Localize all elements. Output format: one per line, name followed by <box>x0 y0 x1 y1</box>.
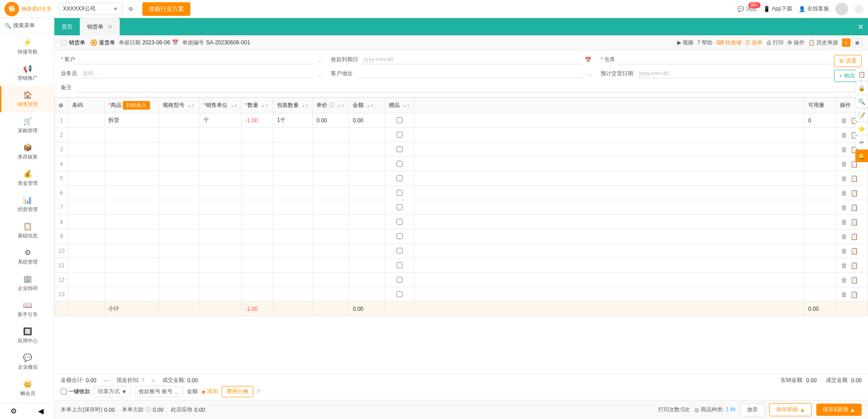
row-price-6[interactable] <box>313 186 349 200</box>
row-spec-6[interactable] <box>159 186 200 200</box>
row-pkgqty-12[interactable] <box>273 273 313 287</box>
row-product-10[interactable] <box>105 244 159 258</box>
tab-sales-order[interactable]: 销货单 ✕ <box>80 18 120 35</box>
row-gift-1[interactable] <box>385 113 414 128</box>
row-amount-1[interactable]: 0.00 <box>349 113 385 128</box>
row-gift-7[interactable] <box>385 200 414 215</box>
scan-button[interactable]: 扫码录入 <box>123 101 150 110</box>
customer-addr-dots[interactable]: ... <box>587 71 592 77</box>
row-unit-13[interactable] <box>200 287 242 302</box>
row-spec-12[interactable] <box>159 273 200 287</box>
price-sort-icon[interactable]: ▲▼ <box>337 104 344 108</box>
price-info-icon[interactable]: ⓘ <box>329 102 335 108</box>
shortcut-btn[interactable]: ⌨ 快捷键 <box>716 39 742 47</box>
row-spec-5[interactable] <box>159 171 200 186</box>
row-product-9[interactable] <box>105 229 159 244</box>
sidebar-item-basic-info[interactable]: 📋 基础信息 <box>0 217 54 244</box>
row-barcode-8[interactable] <box>68 215 105 229</box>
row-copy-btn-10[interactable]: 📋 <box>849 246 859 255</box>
customer-input[interactable] <box>78 55 314 64</box>
trial-button[interactable]: 体验行业方案 <box>142 2 190 16</box>
row-spec-2[interactable] <box>159 128 200 142</box>
row-barcode-1[interactable] <box>68 113 105 128</box>
row-pkgqty-9[interactable] <box>273 229 313 244</box>
gift-checkbox-1[interactable] <box>397 117 402 123</box>
row-price-2[interactable] <box>313 128 349 142</box>
message-button[interactable]: 💬 消息 99+ <box>737 5 757 13</box>
row-barcode-10[interactable] <box>68 244 105 258</box>
gift-checkbox-7[interactable] <box>397 204 402 210</box>
salesperson-input[interactable] <box>80 69 314 78</box>
sidebar-item-vip[interactable]: 👑 畅会员 <box>0 375 54 401</box>
th-settings[interactable]: ⚙ <box>55 98 68 113</box>
sidebar-item-sales[interactable]: 🏠 销售管理 <box>0 86 54 112</box>
sidebar-item-marketing[interactable]: 📢 营销推广 <box>0 60 54 86</box>
row-amount-4[interactable] <box>349 157 385 171</box>
qty-sort-icon[interactable]: ▲▼ <box>261 104 268 108</box>
row-barcode-2[interactable] <box>68 128 105 142</box>
sidebar-item-enterprise[interactable]: 🏢 企业协同 <box>0 270 54 296</box>
row-spec-13[interactable] <box>159 287 200 302</box>
print-btn[interactable]: 🖨 打印 <box>766 39 784 47</box>
gift-checkbox-5[interactable] <box>397 175 402 181</box>
row-product-3[interactable] <box>105 142 159 157</box>
row-barcode-6[interactable] <box>68 186 105 200</box>
amount-sort-icon[interactable]: ▲▼ <box>367 104 374 108</box>
tab-close-icon[interactable]: ✕ <box>108 24 112 30</box>
row-product-5[interactable] <box>105 171 159 186</box>
sidebar-item-operations[interactable]: 📊 经营管理 <box>0 191 54 217</box>
row-gift-4[interactable] <box>385 157 414 171</box>
row-amount-13[interactable] <box>349 287 385 302</box>
settings-action-button[interactable]: ⚙ 设置 <box>834 55 862 67</box>
pkgqty-sort-icon[interactable]: ▲▼ <box>302 104 309 108</box>
help-btn[interactable]: ? 帮助 <box>697 39 713 47</box>
row-delete-btn-7[interactable]: 🗑 <box>840 203 848 212</box>
radio-sales[interactable]: 销货单 <box>61 39 85 47</box>
row-copy-btn-7[interactable]: 📋 <box>849 203 859 212</box>
row-price-13[interactable] <box>313 287 349 302</box>
row-qty-2[interactable] <box>242 128 273 142</box>
gift-sort-icon[interactable]: ▲▼ <box>403 104 410 108</box>
row-amount-6[interactable] <box>349 186 385 200</box>
row-unit-3[interactable] <box>200 142 242 157</box>
row-unit-6[interactable] <box>200 186 242 200</box>
sidebar-search[interactable]: 🔍 搜索菜单 <box>0 18 54 34</box>
float-btn-5[interactable]: ⭐ <box>855 122 868 135</box>
row-gift-6[interactable] <box>385 186 414 200</box>
cash-discount-info-icon[interactable]: ? <box>141 377 145 384</box>
row-delete-btn-12[interactable]: 🗑 <box>840 275 848 284</box>
row-copy-btn-8[interactable]: 📋 <box>849 217 859 226</box>
gift-checkbox-13[interactable] <box>397 291 402 297</box>
gift-checkbox-3[interactable] <box>397 146 402 152</box>
row-gift-13[interactable] <box>385 287 414 302</box>
row-amount-10[interactable] <box>349 244 385 258</box>
row-product-4[interactable] <box>105 157 159 171</box>
float-btn-4[interactable]: 📝 <box>855 109 868 121</box>
sidebar-item-inventory[interactable]: 📦 库存核算 <box>0 139 54 165</box>
radio-return[interactable]: 退货单 <box>91 39 115 47</box>
row-qty-10[interactable] <box>242 244 273 258</box>
row-copy-btn-11[interactable]: 📋 <box>849 261 859 270</box>
row-delete-btn-3[interactable]: 🗑 <box>840 145 848 154</box>
row-qty-11[interactable] <box>242 258 273 273</box>
row-amount-11[interactable] <box>349 258 385 273</box>
company-settings-icon[interactable]: ⚙ <box>124 3 137 15</box>
row-price-5[interactable] <box>313 171 349 186</box>
row-spec-10[interactable] <box>159 244 200 258</box>
row-pkgqty-10[interactable] <box>273 244 313 258</box>
expense-split-button[interactable]: 费用分摊 <box>222 386 253 397</box>
row-spec-1[interactable] <box>159 113 200 128</box>
row-amount-2[interactable] <box>349 128 385 142</box>
row-barcode-7[interactable] <box>68 200 105 215</box>
payment-date-cal-icon[interactable]: 📅 <box>585 57 592 63</box>
row-copy-btn-5[interactable]: 📋 <box>849 174 859 183</box>
row-pkgqty-11[interactable] <box>273 258 313 273</box>
grid-view-btn[interactable]: ⊞ <box>853 38 862 47</box>
video-btn[interactable]: ▶ 视频 <box>677 39 693 47</box>
customer-addr-input[interactable] <box>355 69 584 78</box>
row-unit-8[interactable] <box>200 215 242 229</box>
tab-home[interactable]: 首页 <box>54 18 80 35</box>
row-qty-13[interactable] <box>242 287 273 302</box>
gift-checkbox-8[interactable] <box>397 219 402 225</box>
sidebar-item-newbie[interactable]: 📖 新手引导 <box>0 296 54 323</box>
